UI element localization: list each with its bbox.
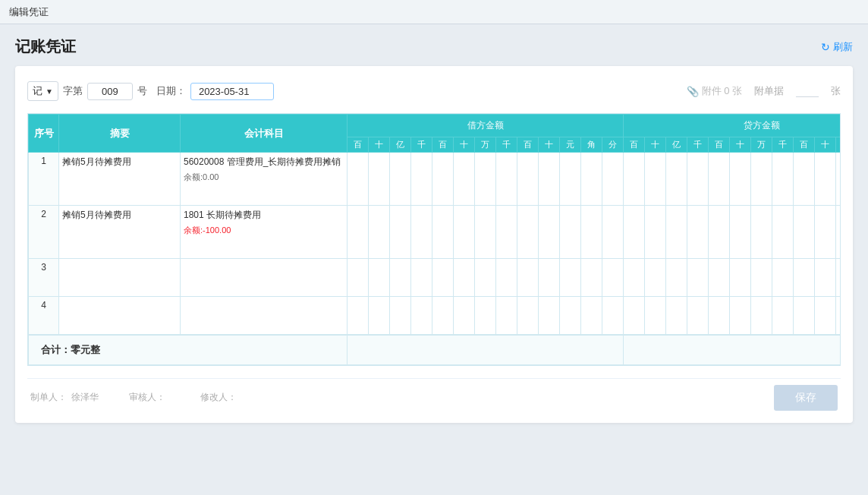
row-4-credit-7[interactable] [772, 297, 794, 335]
row-3-debit-3[interactable] [411, 259, 432, 297]
row-1-debit-3[interactable] [411, 153, 432, 206]
row-4-debit-12[interactable] [602, 297, 624, 335]
refresh-button[interactable]: ↻ 刷新 [821, 40, 853, 54]
row-4-debit-10[interactable] [560, 297, 581, 335]
row-3-credit-5[interactable] [730, 259, 751, 297]
row-2-debit-3[interactable] [411, 206, 432, 259]
row-1-debit-11[interactable] [581, 153, 602, 206]
row-3-credit-4[interactable] [709, 259, 730, 297]
row-4-debit-4[interactable] [432, 297, 454, 335]
row-1-debit-8[interactable] [517, 153, 539, 206]
row-1-credit-7[interactable] [772, 153, 794, 206]
row-3-credit-3[interactable] [687, 259, 709, 297]
row-2-account[interactable]: 1801 长期待摊费用余额:-100.00 [181, 206, 348, 259]
row-4-debit-5[interactable] [454, 297, 475, 335]
row-3-debit-5[interactable] [454, 259, 475, 297]
row-4-credit-1[interactable] [645, 297, 666, 335]
row-2-debit-0[interactable] [348, 206, 369, 259]
row-3-summary[interactable] [59, 259, 181, 297]
row-1-credit-1[interactable] [645, 153, 666, 206]
row-4-debit-3[interactable] [411, 297, 432, 335]
row-2-debit-1[interactable] [369, 206, 390, 259]
row-4-debit-0[interactable] [348, 297, 369, 335]
row-4-debit-7[interactable] [496, 297, 517, 335]
row-4-credit-3[interactable] [687, 297, 709, 335]
row-3-debit-8[interactable] [517, 259, 539, 297]
row-1-debit-5[interactable] [454, 153, 475, 206]
row-2-debit-8[interactable] [517, 206, 539, 259]
row-2-debit-4[interactable] [432, 206, 454, 259]
row-1-debit-6[interactable] [475, 153, 496, 206]
row-4-debit-8[interactable] [517, 297, 539, 335]
row-1-summary[interactable]: 摊销5月待摊费用 [59, 153, 181, 206]
row-3-debit-2[interactable] [390, 259, 411, 297]
row-2-credit-5[interactable] [730, 206, 751, 259]
row-1-credit-9[interactable] [815, 153, 836, 206]
row-3-credit-7[interactable] [772, 259, 794, 297]
row-2-credit-3[interactable] [687, 206, 709, 259]
row-4-credit-0[interactable] [624, 297, 645, 335]
row-3-debit-0[interactable] [348, 259, 369, 297]
row-3-debit-7[interactable] [496, 259, 517, 297]
row-3-account[interactable] [181, 259, 348, 297]
row-2-credit-9[interactable] [815, 206, 836, 259]
zi-input[interactable] [87, 83, 133, 100]
row-4-credit-2[interactable] [666, 297, 687, 335]
row-1-debit-1[interactable] [369, 153, 390, 206]
row-1-debit-4[interactable] [432, 153, 454, 206]
row-3-debit-10[interactable] [560, 259, 581, 297]
row-2-credit-4[interactable] [709, 206, 730, 259]
row-1-credit-10[interactable] [836, 153, 841, 206]
row-4-credit-8[interactable] [794, 297, 815, 335]
row-2-summary[interactable]: 摊销5月待摊费用 [59, 206, 181, 259]
row-1-credit-4[interactable] [709, 153, 730, 206]
row-2-credit-0[interactable] [624, 206, 645, 259]
row-4-summary[interactable] [59, 297, 181, 335]
row-4-credit-10[interactable] [836, 297, 841, 335]
row-3-credit-1[interactable] [645, 259, 666, 297]
row-2-debit-2[interactable] [390, 206, 411, 259]
row-3-debit-4[interactable] [432, 259, 454, 297]
row-3-credit-0[interactable] [624, 259, 645, 297]
row-4-debit-1[interactable] [369, 297, 390, 335]
row-3-credit-8[interactable] [794, 259, 815, 297]
row-2-credit-7[interactable] [772, 206, 794, 259]
row-1-credit-3[interactable] [687, 153, 709, 206]
date-input[interactable] [190, 83, 274, 100]
row-4-debit-9[interactable] [539, 297, 560, 335]
row-4-credit-6[interactable] [751, 297, 772, 335]
row-1-debit-12[interactable] [602, 153, 624, 206]
row-1-credit-6[interactable] [751, 153, 772, 206]
row-2-credit-8[interactable] [794, 206, 815, 259]
row-3-credit-9[interactable] [815, 259, 836, 297]
row-1-debit-2[interactable] [390, 153, 411, 206]
row-1-credit-5[interactable] [730, 153, 751, 206]
row-3-debit-12[interactable] [602, 259, 624, 297]
row-3-debit-6[interactable] [475, 259, 496, 297]
row-1-debit-0[interactable] [348, 153, 369, 206]
row-1-credit-8[interactable] [794, 153, 815, 206]
row-2-debit-11[interactable] [581, 206, 602, 259]
zhang-input[interactable] [796, 85, 819, 97]
row-2-debit-6[interactable] [475, 206, 496, 259]
row-1-debit-10[interactable] [560, 153, 581, 206]
row-2-debit-7[interactable] [496, 206, 517, 259]
save-button[interactable]: 保存 [774, 385, 838, 411]
ji-select[interactable]: 记 ▼ [27, 81, 58, 101]
row-4-debit-2[interactable] [390, 297, 411, 335]
row-4-credit-5[interactable] [730, 297, 751, 335]
row-4-debit-6[interactable] [475, 297, 496, 335]
row-2-credit-6[interactable] [751, 206, 772, 259]
row-4-credit-9[interactable] [815, 297, 836, 335]
row-1-debit-7[interactable] [496, 153, 517, 206]
row-3-credit-2[interactable] [666, 259, 687, 297]
row-2-debit-10[interactable] [560, 206, 581, 259]
row-2-debit-9[interactable] [539, 206, 560, 259]
row-2-debit-12[interactable] [602, 206, 624, 259]
row-2-debit-5[interactable] [454, 206, 475, 259]
row-4-credit-4[interactable] [709, 297, 730, 335]
row-2-credit-10[interactable] [836, 206, 841, 259]
row-1-account[interactable]: 56020008 管理费用_长期待摊费用摊销余额:0.00 [181, 153, 348, 206]
row-2-credit-1[interactable] [645, 206, 666, 259]
row-2-credit-2[interactable] [666, 206, 687, 259]
